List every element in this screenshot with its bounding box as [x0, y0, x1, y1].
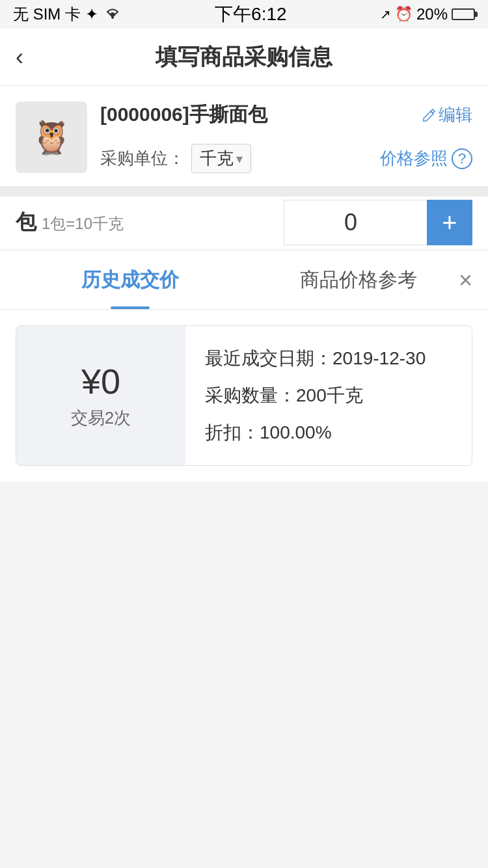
- tab-active-indicator: [111, 306, 150, 309]
- price-ref-label: 价格参照: [380, 147, 448, 170]
- tabs-header: 历史成交价 商品价格参考 ×: [0, 251, 488, 310]
- divider: [0, 186, 488, 197]
- purchase-qty-item: 采购数量：200千克: [205, 383, 452, 408]
- edit-label: 编辑: [439, 103, 472, 126]
- unit-selector[interactable]: 千克 ▾: [191, 144, 251, 173]
- tab-product-price-ref-label: 商品价格参考: [300, 267, 417, 293]
- svg-point-0: [111, 16, 114, 19]
- unit-left: 采购单位： 千克 ▾: [100, 144, 251, 173]
- status-left: 无 SIM 卡 ✦: [13, 4, 122, 25]
- discount-value: 100.00%: [260, 422, 332, 442]
- status-bar: 无 SIM 卡 ✦ 下午6:12 ↗ ⏰ 20%: [0, 0, 488, 29]
- discount-item: 折扣：100.00%: [205, 420, 452, 445]
- help-icon: ?: [452, 148, 472, 169]
- unit-value: 千克: [200, 147, 234, 170]
- signal-text: 无 SIM 卡 ✦: [13, 4, 98, 25]
- product-unit-row: 采购单位： 千克 ▾ 价格参照 ?: [100, 144, 472, 173]
- product-thumbnail: 🦉: [16, 102, 87, 173]
- package-conversion-label: 1包=10千克: [42, 213, 124, 234]
- product-info: [0000006]手撕面包 编辑 采购单位： 千克 ▾: [100, 102, 472, 173]
- tabs-close-button[interactable]: ×: [459, 267, 472, 294]
- tab-history-price[interactable]: 历史成交价: [16, 251, 244, 309]
- price-value: 0: [101, 362, 120, 401]
- location-icon: ↗: [380, 7, 391, 22]
- quantity-input-area: +: [284, 200, 472, 245]
- discount-label: 折扣：: [205, 422, 260, 442]
- price-card-right: 最近成交日期：2019-12-30 采购数量：200千克 折扣：100.00%: [185, 326, 472, 465]
- purchase-qty-label: 采购数量：: [205, 385, 296, 405]
- back-button[interactable]: ‹: [16, 44, 23, 71]
- quantity-row: 包 1包=10千克 +: [0, 197, 488, 249]
- status-time: 下午6:12: [215, 2, 287, 27]
- dropdown-arrow-icon: ▾: [236, 151, 243, 167]
- price-content: ¥0 交易2次 最近成交日期：2019-12-30 采购数量：200千克 折扣：…: [0, 310, 488, 481]
- tab-product-price-ref[interactable]: 商品价格参考: [244, 251, 472, 309]
- recent-date-label: 最近成交日期：: [205, 348, 332, 368]
- status-right: ↗ ⏰ 20%: [380, 5, 475, 23]
- purchase-qty-value: 200千克: [296, 385, 363, 405]
- product-card: 🦉 [0000006]手撕面包 编辑 采购单位： 千克 ▾: [0, 86, 488, 186]
- tabs-section: 历史成交价 商品价格参考 × ¥0 交易2次 最近成交日期：2019-12-30…: [0, 251, 488, 481]
- transaction-count: 交易2次: [71, 407, 131, 429]
- battery-percent: 20%: [416, 5, 448, 23]
- unit-prefix-label: 采购单位：: [100, 147, 185, 170]
- product-header: 🦉 [0000006]手撕面包 编辑 采购单位： 千克 ▾: [16, 102, 472, 186]
- price-card: ¥0 交易2次 最近成交日期：2019-12-30 采购数量：200千克 折扣：…: [16, 325, 472, 466]
- alarm-icon: ⏰: [395, 6, 413, 23]
- page-title: 填写商品采购信息: [156, 42, 332, 72]
- edit-button[interactable]: 编辑: [422, 103, 472, 126]
- price-reference-button[interactable]: 价格参照 ?: [380, 147, 472, 170]
- recent-date-item: 最近成交日期：2019-12-30: [205, 346, 452, 371]
- quantity-label: 包 1包=10千克: [16, 208, 124, 237]
- nav-bar: ‹ 填写商品采购信息: [0, 29, 488, 86]
- wifi-icon: [103, 5, 122, 23]
- product-logo-icon: 🦉: [31, 118, 72, 156]
- recent-date-value: 2019-12-30: [332, 348, 426, 368]
- tab-history-price-label: 历史成交价: [81, 267, 179, 293]
- price-amount-display: ¥0: [81, 361, 120, 401]
- product-name: [0000006]手撕面包: [100, 102, 267, 128]
- quantity-input[interactable]: [284, 200, 427, 245]
- currency-symbol: ¥: [81, 362, 101, 401]
- quantity-plus-button[interactable]: +: [427, 200, 472, 245]
- battery-icon: [452, 8, 475, 20]
- price-card-left: ¥0 交易2次: [16, 326, 185, 465]
- product-name-row: [0000006]手撕面包 编辑: [100, 102, 472, 128]
- package-unit-label: 包: [16, 208, 36, 237]
